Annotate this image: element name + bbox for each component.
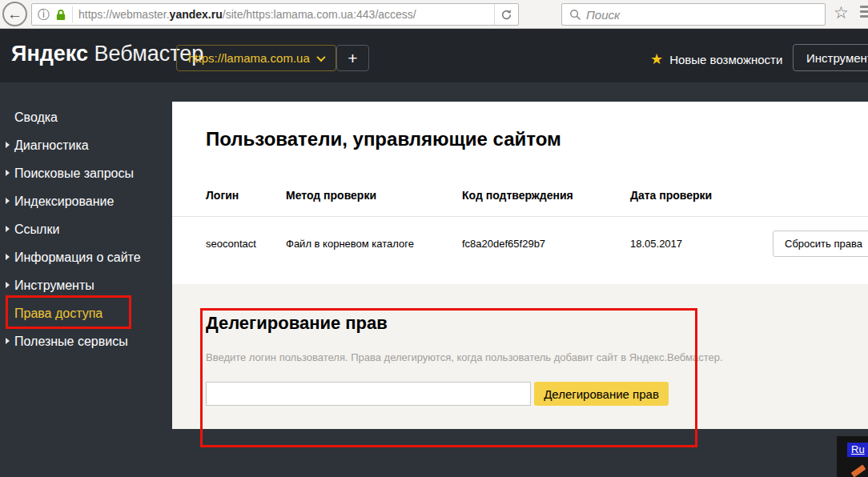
brand-yandex: Яндекс xyxy=(11,42,88,66)
chevron-down-icon xyxy=(316,52,325,61)
back-button[interactable]: ← xyxy=(2,2,27,26)
sidebar-item-label: Полезные сервисы xyxy=(14,335,128,348)
tree-arrow-icon xyxy=(6,282,10,288)
sidebar-item-label: Права доступа xyxy=(14,307,102,320)
whats-new-link[interactable]: ★ Новые возможности xyxy=(650,50,782,68)
page-info-icon[interactable]: ⓘ xyxy=(38,7,50,22)
browser-toolbar: ← ⓘ https://webmaster.yandex.ru/site/htt… xyxy=(0,0,868,29)
cursor-shape-icon xyxy=(851,464,866,477)
reload-icon xyxy=(500,9,512,21)
page-title: Пользователи, управляющие сайтом xyxy=(206,128,561,150)
tools-button[interactable]: Инструменты xyxy=(793,44,868,71)
star-icon: ★ xyxy=(650,50,663,68)
delegation-section: Делегирование прав Введите логин пользов… xyxy=(172,284,868,429)
back-arrow-icon: ← xyxy=(7,6,22,22)
sidebar-item-access-rights[interactable]: Права доступа xyxy=(0,299,172,327)
sidebar-item-useful-services[interactable]: Полезные сервисы xyxy=(0,327,172,355)
screen: ← ⓘ https://webmaster.yandex.ru/site/htt… xyxy=(0,0,868,477)
app-header: Яндекс Вебмастер https://lamama.com.ua +… xyxy=(0,29,868,82)
sidebar-item-tools[interactable]: Инструменты xyxy=(0,271,172,299)
table-cell-login: seocontact xyxy=(206,238,256,250)
search-bar[interactable] xyxy=(561,3,826,26)
reset-rights-button[interactable]: Сбросить права xyxy=(773,230,868,257)
search-icon xyxy=(569,9,581,21)
sidebar-item-label: Диагностика xyxy=(14,138,89,152)
site-selector-label: https://lamama.com.ua xyxy=(188,51,310,65)
search-input[interactable] xyxy=(586,5,825,24)
reload-button[interactable] xyxy=(494,4,518,25)
sidebar-item-label: Поисковые запросы xyxy=(14,166,134,180)
url-domain: yandex.ru xyxy=(170,8,223,21)
table-cell-date: 18.05.2017 xyxy=(630,238,682,250)
table-cell-method: Файл в корневом каталоге xyxy=(286,238,414,250)
sidebar-item-label: Инструменты xyxy=(14,279,94,292)
url-prefix: https://webmaster. xyxy=(78,8,170,21)
tools-button-label: Инструменты xyxy=(806,51,868,65)
delegation-login-input[interactable] xyxy=(206,382,531,406)
delegation-description: Введите логин пользователя. Права делеги… xyxy=(206,351,723,363)
tree-arrow-icon xyxy=(6,170,10,176)
sidebar-item-links[interactable]: Ссылки xyxy=(0,215,172,243)
tree-arrow-icon xyxy=(6,198,10,204)
sidebar-item-site-info[interactable]: Информация о сайте xyxy=(0,243,172,271)
tree-arrow-icon xyxy=(6,142,10,148)
url-bar[interactable]: ⓘ https://webmaster.yandex.ru/site/https… xyxy=(31,3,519,26)
add-site-button[interactable]: + xyxy=(336,45,369,71)
bookmark-star-icon[interactable]: ☆ xyxy=(834,3,849,22)
table-header-login: Логин xyxy=(206,189,239,202)
sidebar-item-summary[interactable]: Сводка xyxy=(0,103,172,131)
url-text[interactable]: https://webmaster.yandex.ru/site/https:l… xyxy=(78,8,494,21)
corner-widget: Ru xyxy=(837,436,868,477)
tree-arrow-icon xyxy=(6,254,10,260)
table-header-date: Дата проверки xyxy=(630,189,712,202)
sidebar-item-label: Информация о сайте xyxy=(14,251,141,264)
urlbar-divider xyxy=(72,6,73,22)
whats-new-label: Новые возможности xyxy=(669,53,782,66)
tree-arrow-icon xyxy=(6,226,10,232)
table-divider xyxy=(172,216,868,217)
table-header-method: Метод проверки xyxy=(286,189,376,202)
tree-arrow-icon xyxy=(6,338,10,344)
sidebar-item-search-queries[interactable]: Поисковые запросы xyxy=(0,159,172,187)
table-cell-code: fc8a20def65f29b7 xyxy=(462,238,545,250)
language-indicator-badge[interactable]: Ru xyxy=(847,443,868,457)
table-header-code: Код подтверждения xyxy=(462,189,573,202)
sidebar-nav: Сводка Диагностика Поисковые запросы Инд… xyxy=(0,82,172,355)
delegation-submit-button[interactable]: Делегирование прав xyxy=(534,382,669,406)
sidebar-item-label: Ссылки xyxy=(14,222,59,236)
brand-logo[interactable]: Яндекс Вебмастер xyxy=(11,42,203,66)
sidebar-item-diagnostics[interactable]: Диагностика xyxy=(0,131,172,159)
plus-icon: + xyxy=(348,49,357,68)
url-suffix: /site/https:lamama.com.ua:443/access/ xyxy=(223,8,416,21)
sidebar-item-indexing[interactable]: Индексирование xyxy=(0,187,172,215)
https-lock-icon xyxy=(55,9,66,21)
sidebar-item-label: Индексирование xyxy=(14,194,114,208)
library-icon[interactable] xyxy=(860,6,868,22)
site-selector-dropdown[interactable]: https://lamama.com.ua xyxy=(176,45,336,71)
sidebar-item-label: Сводка xyxy=(14,110,58,124)
users-section: Пользователи, управляющие сайтом Логин М… xyxy=(172,102,868,284)
delegation-title: Делегирование прав xyxy=(206,313,388,334)
